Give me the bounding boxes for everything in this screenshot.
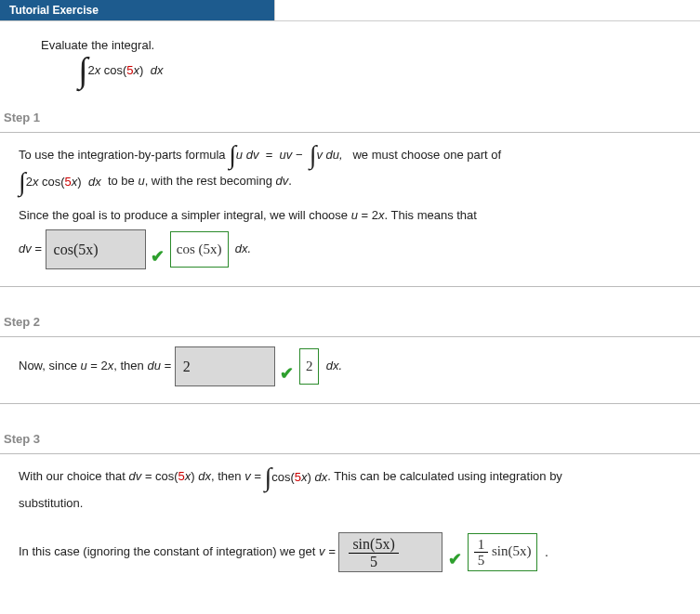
integral-icon: ∫ (265, 468, 272, 487)
answer-input-v[interactable]: sin(5x) 5 (338, 532, 442, 572)
integral-icon: ∫ (310, 146, 317, 164)
integral-expression: ∫ 2x cos(5x) dx (78, 58, 163, 83)
step3-line1b: substitution. (19, 490, 681, 517)
integral-icon: ∫ (78, 58, 87, 83)
step3-answer-row: In this case (ignoring the constant of i… (19, 532, 681, 572)
section-banner: Tutorial Exercise (0, 0, 275, 20)
step1-line2: ∫ 2x cos(5x) dx to be u, with the rest b… (19, 168, 681, 195)
integral-icon: ∫ (19, 173, 26, 191)
check-icon: ✔ (448, 542, 462, 573)
answer-input-dv[interactable]: cos(5x) (46, 229, 146, 269)
step2-line: Now, since u = 2x, then du = 2 ✔ 2 dx. (19, 346, 681, 386)
correct-answer-du: 2 (299, 348, 320, 385)
correct-answer-v: 1 5 sin(5x) (468, 533, 538, 571)
step3-heading: Step 3 (0, 432, 700, 446)
step3-line1: With our choice that dv = cos(5x) dx, th… (19, 464, 681, 490)
trailing-dot: . (541, 544, 548, 559)
check-icon: ✔ (151, 239, 165, 276)
check-icon: ✔ (280, 356, 294, 393)
step1-line1: To use the integration-by-parts formula … (19, 142, 681, 169)
correct-answer-dv: cos (5x) (170, 231, 229, 268)
step2-heading: Step 2 (0, 315, 700, 329)
step1-answer-row: dv = cos(5x) ✔ cos (5x) dx. (19, 229, 681, 269)
integral-icon: ∫ (229, 146, 236, 164)
step1-line3: Since the goal is to produce a simpler i… (19, 202, 681, 229)
step1-heading: Step 1 (0, 111, 700, 124)
answer-input-du[interactable]: 2 (175, 346, 275, 386)
prompt-text: Evaluate the integral. (41, 38, 678, 52)
